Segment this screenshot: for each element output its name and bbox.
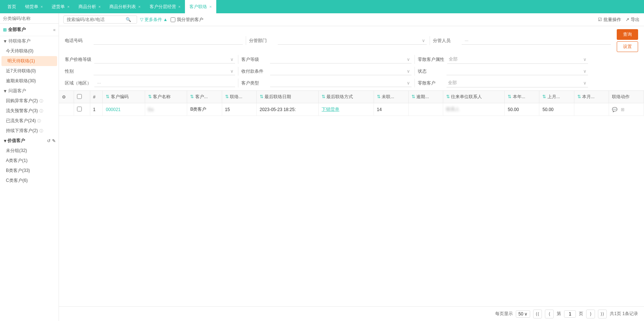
payment-select[interactable]: ∨ [270,68,412,75]
sidebar-item-repurchase-abnormal[interactable]: 回购异常客户(2) ⓘ [0,96,59,106]
subperson-select[interactable]: ··· [462,37,611,45]
export-button[interactable]: ↗ 导出 [626,17,640,23]
col-contacts[interactable]: ⇅ 往来单位联系人 [443,91,505,103]
col-last-month[interactable]: ⇅ 上月... [539,91,574,103]
col-this-year[interactable]: ⇅ 本年... [505,91,539,103]
filter-phone-field: 电话号码 [65,37,243,45]
retailcustomer-select[interactable]: 全部 ∨ [447,79,588,87]
batch-operation-button[interactable]: ☑ 批量操作 [598,17,621,23]
col-contact[interactable]: ⇅ 联络... [222,91,256,103]
nav-sales-order[interactable]: 销货单 × [21,0,47,13]
sidebar-all-customers[interactable]: ⊞ 全部客户 « [0,24,59,36]
cell-last-contact-method[interactable]: 下销货单 [319,103,374,116]
page-size-select[interactable]: 50 ∨ [516,310,530,318]
retailattr-select[interactable]: 全部 ∨ [447,55,588,64]
close-product-analysis-list-icon[interactable]: × [138,4,140,9]
col-not-contacted[interactable]: ⇅ 未联... [374,91,408,103]
settings-icon[interactable]: ⚙ [62,94,66,100]
edit-icon[interactable]: ✎ [52,138,56,144]
filter-area-field: 区域（地区） ··· [65,79,235,87]
col-name[interactable]: ⇅ 客户名称 [145,91,187,103]
refresh-icon[interactable]: ↺ [47,138,50,144]
sidebar-item-ungrouped[interactable]: 未分组(32) [0,146,59,156]
col-this-month[interactable]: ⇅ 本月... [574,91,609,103]
col-checkbox[interactable] [74,91,90,103]
col-type[interactable]: ⇅ 客户... [187,91,222,103]
close-sales-order-icon[interactable]: × [41,4,43,9]
sidebar-search-input[interactable] [3,16,58,21]
sidebar-search-box[interactable]: 🔍 [0,13,59,24]
sidebar-item-c-class[interactable]: C类客户(6) [0,176,59,186]
my-customers-check[interactable] [171,17,175,22]
sidebar-item-today-pending[interactable]: 今天待联络(0) [0,46,59,56]
my-customers-checkbox[interactable]: 我分管的客户 [171,17,203,23]
last-page-button[interactable]: ⟩⟩ [598,310,607,318]
cell-action: 💬 ⊞ [609,103,644,116]
close-product-analysis-icon[interactable]: × [98,4,101,9]
subperson-dots[interactable]: ··· [465,38,468,43]
last-contact-method-link[interactable]: 下销货单 [322,107,339,112]
gender-select[interactable]: ∨ [94,68,235,75]
cell-code[interactable]: 000021 [103,103,145,116]
status-select[interactable]: ∨ [447,68,588,75]
filter-search-box[interactable]: 🔍 [63,15,137,24]
row-checkbox[interactable] [77,107,82,111]
area-select[interactable]: ··· [94,79,235,87]
payment-chevron: ∨ [407,69,410,74]
filter-search-input[interactable] [67,17,126,22]
col-settings[interactable]: ⚙ [59,91,74,103]
nav-product-analysis-list[interactable]: 商品分析列表 × [105,0,145,13]
pricelevel-select[interactable]: ∨ [94,56,235,63]
select-all-checkbox[interactable] [77,94,82,99]
retailcustomer-chevron: ∨ [583,80,587,86]
sidebar-item-tomorrow-pending[interactable]: 明天待联络(1) [1,56,57,66]
nav-customer-tier[interactable]: 客户分层经营 × [145,0,185,13]
col-index: # [90,91,103,103]
filter-search-icon[interactable]: 🔍 [126,17,131,22]
page-number-input[interactable] [564,310,576,318]
col-last-contact-method[interactable]: ⇅ 最后联络方式 [319,91,374,103]
cell-checkbox[interactable] [74,103,90,116]
divider-5 [238,67,238,76]
collapse-sidebar-icon[interactable]: « [53,27,56,32]
area-dots[interactable]: ··· [97,80,101,86]
value-section-arrow: ▼ [3,138,7,144]
value-section-header[interactable]: ▼ 价值客户 ↺ ✎ [0,136,59,146]
customertype-select[interactable]: ∨ [270,79,412,87]
close-purchase-order-icon[interactable]: × [67,4,69,9]
nav-customer-contact[interactable]: 客户联络 × [185,0,216,13]
action-chat-icon[interactable]: 💬 [612,107,617,112]
sort-icon-od: ⇅ [412,94,415,99]
action-more-icon[interactable]: ⊞ [621,107,624,112]
customerlevel-select[interactable]: ∨ [270,56,412,63]
sidebar-item-b-class[interactable]: B类客户(33) [0,166,59,176]
more-conditions-button[interactable]: ▽ 更多条件 ▲ [140,17,168,23]
phone-input[interactable] [94,37,243,45]
sidebar-item-declining[interactable]: 持续下滑客户(2) ⓘ [0,126,59,136]
sidebar-item-churn-warning[interactable]: 流失预警客户(3) ⓘ [0,106,59,116]
divider-4 [414,55,415,64]
first-page-button[interactable]: ⟨⟨ [533,310,542,318]
col-code[interactable]: ⇅ 客户编码 [103,91,145,103]
cell-this-month [574,103,609,116]
next-page-button[interactable]: ⟩ [586,310,595,318]
query-button[interactable]: 查询 [617,29,638,40]
table-footer: 每页显示 50 ∨ ⟨⟨ ⟨ 第 页 ⟩ ⟩⟩ 共1页 1条记录 [59,306,644,321]
gender-label: 性别 [65,68,91,75]
col-overdue[interactable]: ⇅ 逾期... [408,91,443,103]
settings-button[interactable]: 设置 [617,41,638,52]
close-customer-tier-icon[interactable]: × [178,4,181,9]
prev-page-button[interactable]: ⟨ [545,310,554,318]
subdept-select[interactable]: ∨ [278,37,427,45]
sidebar-item-overdue-pending[interactable]: 逾期未联络(30) [0,76,59,86]
info-icon-declining: ⓘ [39,128,43,134]
sidebar-item-a-class[interactable]: A类客户(1) [0,156,59,166]
page-prefix-label: 第 [557,311,561,317]
sidebar-item-churned[interactable]: 已流失客户(24) ⓘ [0,116,59,126]
sidebar-item-7day-pending[interactable]: 近7天待联络(0) [0,66,59,76]
close-customer-contact-icon[interactable]: × [209,4,211,9]
nav-purchase-order[interactable]: 进货单 × [47,0,74,13]
nav-product-analysis[interactable]: 商品分析 × [74,0,105,13]
nav-home[interactable]: 首页 [3,0,21,13]
col-last-contact-date[interactable]: ⇅ 最后联络日期 [256,91,318,103]
